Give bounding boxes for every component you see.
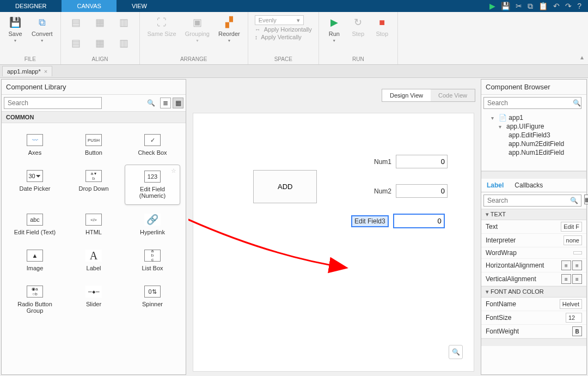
prop-fontname[interactable]: FontNameHelvet [481, 298, 586, 311]
comp-editfield-numeric[interactable]: 123Edit Field (Numeric) [125, 165, 180, 205]
help-icon[interactable]: ? [577, 2, 581, 10]
grid-view-toggle[interactable]: ▦ [173, 98, 183, 108]
align-bottom-button[interactable]: ▥ [113, 35, 135, 51]
button-icon: PUSH [85, 134, 102, 146]
align-center-button[interactable]: ▦ [89, 14, 111, 31]
samesize-button[interactable]: ⛶Same Size [144, 14, 180, 39]
save-button[interactable]: 💾 Save▼ [4, 14, 26, 44]
tree-num1[interactable]: app.Num1EditField [485, 148, 583, 157]
copy-icon[interactable]: ⧉ [528, 2, 533, 11]
browser-search-input[interactable] [483, 97, 581, 109]
align-middle-button[interactable]: ▦ [89, 35, 111, 51]
space-evenly-dropdown[interactable]: Evenly [255, 15, 304, 25]
prop-wordwrap[interactable]: WordWrap [481, 247, 586, 259]
comp-image[interactable]: ▲Image [7, 244, 63, 277]
comp-spinner[interactable]: 0⇅Spinner [125, 280, 180, 319]
spinner-icon: 0⇅ [144, 286, 161, 298]
reorder-button[interactable]: ▞Reorder▼ [215, 14, 243, 44]
component-library-panel: Component Library 🔍 ≣ ▦ COMMON 〰Axes PUS… [1, 79, 186, 375]
comp-axes[interactable]: 〰Axes [7, 129, 63, 161]
comp-button[interactable]: PUSHButton [66, 129, 121, 161]
ribbon-collapse-icon[interactable]: ▴ [580, 53, 584, 61]
reorder-icon: ▞ [223, 16, 236, 29]
subtab-label[interactable]: Label [481, 179, 509, 192]
group-run-label: RUN [323, 55, 393, 62]
prop-valign[interactable]: VerticalAlignment≡≡ [481, 272, 586, 286]
step-button[interactable]: ↻Step [347, 14, 369, 39]
run-button[interactable]: ▶Run▼ [323, 14, 345, 44]
align-right-button[interactable]: ▥ [113, 14, 135, 31]
align-top-icon: ▤ [70, 37, 83, 50]
zoom-button[interactable]: 🔍 [449, 345, 463, 359]
undo-icon[interactable]: ↶ [553, 2, 560, 10]
comp-radiogroup[interactable]: ◉a○bRadio Button Group [7, 280, 63, 319]
align-middle-icon: ▦ [94, 37, 107, 50]
component-search-input[interactable] [4, 97, 102, 109]
prop-fontsize[interactable]: FontSize12 [481, 311, 586, 325]
prop-section-text[interactable]: TEXT [481, 209, 586, 220]
align-center-icon: ▦ [94, 16, 107, 29]
prop-text[interactable]: TextEdit F [481, 220, 586, 234]
tree-editfield3[interactable]: app.EditField3 [485, 131, 583, 140]
design-surface[interactable]: ADD Num1 Num2 Edit Field3 🔍 [193, 113, 474, 372]
convert-button[interactable]: ⧉ Convert▼ [28, 14, 56, 44]
valign-top-icon[interactable]: ≡ [561, 274, 571, 284]
group-file-label: FILE [4, 55, 56, 62]
file-tab[interactable]: app1.mlapp* × [2, 66, 52, 76]
prop-section-font[interactable]: FONT AND COLOR [481, 286, 586, 298]
grouping-button[interactable]: ▣Grouping▼ [182, 14, 213, 44]
vert-icon: ↕ [255, 34, 258, 40]
num2-label: Num2 [361, 187, 391, 195]
apply-horiz-button[interactable]: ↔Apply Horizontally [255, 26, 312, 33]
valign-mid-icon[interactable]: ≡ [572, 274, 582, 284]
run-icon[interactable]: ▶ [489, 2, 495, 10]
add-button[interactable]: ADD [253, 170, 317, 203]
close-icon[interactable]: × [44, 68, 47, 75]
convert-icon: ⧉ [35, 16, 48, 29]
editfield3-input[interactable] [393, 214, 445, 228]
search-icon: 🔍 [573, 99, 581, 107]
halign-left-icon[interactable]: ≡ [561, 260, 571, 270]
prop-view-grid[interactable]: ▦ [584, 195, 588, 204]
tree-num2[interactable]: app.Num2EditField [485, 140, 583, 148]
tab-view[interactable]: VIEW [117, 0, 162, 12]
design-view-tab[interactable]: Design View [382, 89, 431, 101]
prop-fontweight[interactable]: FontWeightB [481, 325, 586, 338]
code-view-tab[interactable]: Code View [431, 89, 475, 101]
save-icon[interactable]: 💾 [501, 2, 510, 10]
comp-slider[interactable]: ⎼◆⎼Slider [66, 280, 121, 319]
comp-html[interactable]: </>HTML [66, 208, 121, 241]
tab-canvas[interactable]: CANVAS [62, 0, 116, 12]
date-icon: 30⏷ [27, 170, 43, 182]
tab-designer[interactable]: DESIGNER [0, 0, 62, 12]
redo-icon[interactable]: ↷ [565, 2, 572, 10]
halign-center-icon[interactable]: ≡ [572, 260, 582, 270]
num1-input[interactable] [396, 155, 448, 168]
property-search-input[interactable] [483, 195, 581, 207]
play-icon: ▶ [328, 16, 341, 29]
comp-checkbox[interactable]: ✓Check Box [125, 129, 180, 161]
comp-datepicker[interactable]: 30⏷Date Picker [7, 165, 63, 205]
cut-icon[interactable]: ✂ [516, 2, 522, 10]
comp-listbox[interactable]: abcList Box [125, 244, 180, 277]
prop-interpreter[interactable]: Interpreternone [481, 234, 586, 247]
align-top-button[interactable]: ▤ [65, 35, 87, 51]
prop-halign[interactable]: HorizontalAlignment≡≡ [481, 259, 586, 272]
editfield3-label[interactable]: Edit Field3 [351, 215, 389, 227]
list-view-toggle[interactable]: ≣ [160, 98, 171, 108]
num2-input[interactable] [396, 184, 448, 198]
align-left-button[interactable]: ▤ [65, 14, 87, 31]
stop-button[interactable]: ■Stop [371, 14, 393, 39]
comp-editfield-text[interactable]: abcEdit Field (Text) [7, 208, 63, 241]
num1-label: Num1 [361, 158, 391, 166]
comp-dropdown[interactable]: a ▾bDrop Down [66, 165, 121, 205]
apply-vert-button[interactable]: ↕Apply Vertically [255, 34, 312, 40]
samesize-icon: ⛶ [155, 16, 168, 29]
comp-label[interactable]: ALabel [66, 244, 121, 277]
bold-icon[interactable]: B [572, 326, 582, 336]
comp-hyperlink[interactable]: 🔗Hyperlink [125, 208, 180, 241]
component-browser-title: Component Browser [481, 80, 586, 95]
subtab-callbacks[interactable]: Callbacks [509, 179, 548, 192]
component-tree[interactable]: ▾📄 app1 ▾app.UIFigure app.EditField3 app… [481, 111, 586, 171]
paste-icon[interactable]: 📋 [538, 2, 548, 10]
